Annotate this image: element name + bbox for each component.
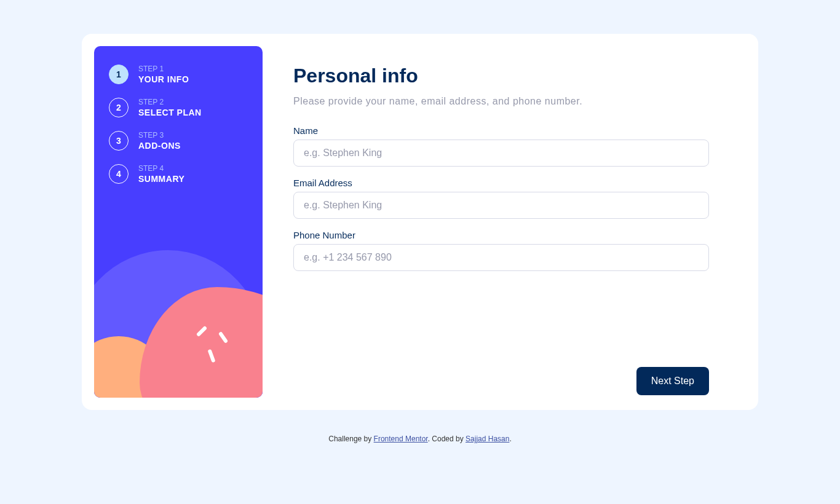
step-summary[interactable]: 4 STEP 4 SUMMARY [109, 164, 248, 184]
step-text: STEP 3 ADD-ONS [138, 131, 181, 151]
step-your-info[interactable]: 1 STEP 1 YOUR INFO [109, 65, 248, 84]
step-add-ons[interactable]: 3 STEP 3 ADD-ONS [109, 131, 248, 151]
step-title: ADD-ONS [138, 141, 181, 151]
step-label: STEP 3 [138, 131, 181, 140]
name-input[interactable] [293, 140, 709, 167]
page-subtitle: Please provide your name, email address,… [293, 96, 709, 107]
next-step-button[interactable]: Next Step [636, 367, 709, 395]
form-actions: Next Step [293, 367, 709, 398]
email-field: Email Address [293, 178, 709, 219]
step-text: STEP 2 SELECT PLAN [138, 98, 202, 117]
step-text: STEP 4 SUMMARY [138, 164, 184, 184]
step-title: SELECT PLAN [138, 108, 202, 117]
step-title: YOUR INFO [138, 74, 189, 84]
phone-input[interactable] [293, 244, 709, 271]
step-text: STEP 1 YOUR INFO [138, 65, 189, 84]
step-label: STEP 2 [138, 98, 202, 106]
phone-field: Phone Number [293, 230, 709, 271]
step-select-plan[interactable]: 2 STEP 2 SELECT PLAN [109, 98, 248, 117]
step-number: 4 [109, 164, 129, 184]
name-field: Name [293, 125, 709, 167]
steps-sidebar: 1 STEP 1 YOUR INFO 2 STEP 2 SELECT PLAN … [94, 46, 263, 398]
step-label: STEP 4 [138, 164, 184, 173]
step-number: 1 [109, 65, 129, 84]
page-title: Personal info [293, 65, 709, 87]
attribution-prefix: Challenge by [328, 435, 373, 443]
author-link[interactable]: Sajjad Hasan [466, 435, 509, 443]
step-number: 2 [109, 98, 129, 117]
step-label: STEP 1 [138, 65, 189, 73]
step-title: SUMMARY [138, 174, 184, 184]
attribution-suffix: . [509, 435, 511, 443]
attribution: Challenge by Frontend Mentor. Coded by S… [328, 435, 512, 443]
form-content: Personal info Please provide your name, … [293, 46, 746, 398]
form-card: 1 STEP 1 YOUR INFO 2 STEP 2 SELECT PLAN … [82, 34, 758, 410]
email-input[interactable] [293, 192, 709, 219]
phone-label: Phone Number [293, 230, 709, 240]
frontend-mentor-link[interactable]: Frontend Mentor [374, 435, 428, 443]
step-number: 3 [109, 131, 129, 151]
email-label: Email Address [293, 178, 709, 188]
attribution-middle: . Coded by [428, 435, 466, 443]
name-label: Name [293, 125, 709, 136]
